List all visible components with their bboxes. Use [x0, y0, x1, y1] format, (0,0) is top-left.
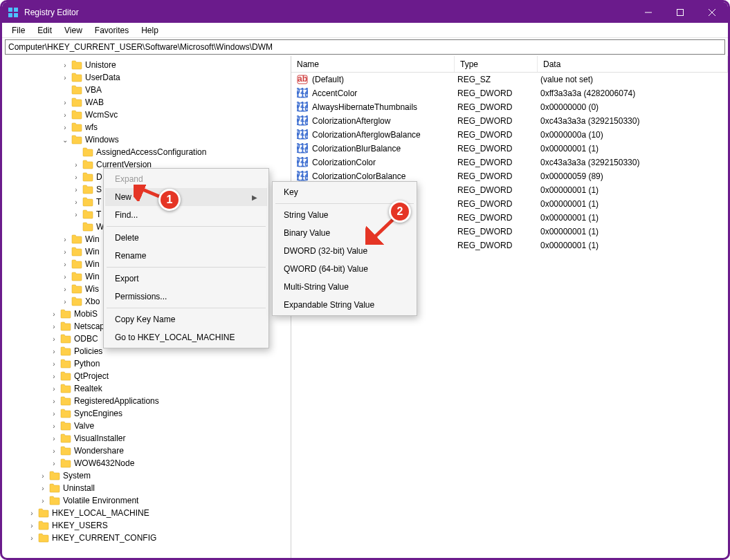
- tree-pane[interactable]: ›Unistore›UserDataVBA›WAB›WcmSvc›wfs⌄Win…: [2, 56, 291, 558]
- tree-item[interactable]: ›WAB: [5, 96, 291, 109]
- minimize-button[interactable]: [632, 2, 664, 23]
- expander-icon[interactable]: ›: [38, 497, 48, 505]
- address-bar[interactable]: Computer\HKEY_CURRENT_USER\Software\Micr…: [5, 39, 725, 55]
- expander-icon[interactable]: ›: [60, 124, 70, 131]
- tree-item[interactable]: ›WOW6432Node: [5, 457, 291, 469]
- expander-icon[interactable]: ⌄: [60, 136, 70, 144]
- tree-item[interactable]: ›Valve: [5, 420, 291, 432]
- folder-icon: [60, 309, 71, 319]
- tree-item[interactable]: ›RegisteredApplications: [5, 395, 291, 407]
- tree-item[interactable]: ›Unistore: [5, 59, 291, 71]
- column-header-name[interactable]: Name: [291, 56, 455, 72]
- tree-item[interactable]: ›WcmSvc: [5, 109, 291, 121]
- context-item-permissions-[interactable]: Permissions...: [105, 288, 267, 306]
- list-row[interactable]: 011110ColorizationAfterglowREG_DWORD0xc4…: [291, 114, 728, 128]
- expander-icon[interactable]: ›: [49, 310, 59, 318]
- tree-item[interactable]: ›Python: [5, 357, 291, 370]
- list-row[interactable]: 011110ColorizationAfterglowBalanceREG_DW…: [291, 128, 728, 142]
- list-row[interactable]: 011110ColorizationColorREG_DWORD0xc43a3a…: [291, 156, 728, 169]
- expander-icon[interactable]: ›: [60, 74, 70, 82]
- submenu-item-multi-string-value[interactable]: Multi-String Value: [274, 278, 426, 296]
- folder-icon: [82, 172, 93, 182]
- tree-item[interactable]: ›VisualInstaller: [5, 432, 291, 445]
- app-icon: [8, 7, 19, 18]
- expander-icon[interactable]: ›: [27, 534, 37, 542]
- menu-edit[interactable]: Edit: [32, 24, 57, 37]
- context-item-rename[interactable]: Rename: [105, 247, 267, 265]
- expander-icon[interactable]: ›: [27, 522, 37, 530]
- context-item-copy-key-name[interactable]: Copy Key Name: [105, 310, 267, 328]
- expander-icon[interactable]: ›: [38, 485, 48, 492]
- expander-icon[interactable]: ›: [49, 447, 59, 455]
- expander-icon[interactable]: ›: [49, 323, 59, 330]
- tree-item[interactable]: ›SyncEngines: [5, 407, 291, 420]
- expander-icon[interactable]: ›: [27, 510, 37, 517]
- expander-icon[interactable]: ›: [71, 186, 81, 194]
- context-item-new[interactable]: New▶: [105, 188, 267, 206]
- tree-item[interactable]: ›HKEY_CURRENT_CONFIG: [5, 532, 291, 544]
- maximize-button[interactable]: [664, 2, 696, 23]
- expander-icon[interactable]: ›: [71, 198, 81, 206]
- column-header-type[interactable]: Type: [455, 56, 538, 72]
- expander-icon[interactable]: ›: [49, 348, 59, 355]
- expander-icon[interactable]: ›: [49, 398, 59, 405]
- expander-icon[interactable]: ›: [60, 286, 70, 293]
- submenu-item-key[interactable]: Key: [274, 183, 426, 201]
- context-item-delete[interactable]: Delete: [105, 229, 267, 247]
- expander-icon[interactable]: ›: [60, 236, 70, 243]
- expander-icon[interactable]: ›: [60, 273, 70, 281]
- tree-item[interactable]: ⌄Windows: [5, 133, 291, 146]
- folder-icon: [60, 409, 71, 418]
- expander-icon[interactable]: ›: [49, 373, 59, 380]
- expander-icon[interactable]: ›: [71, 211, 81, 218]
- submenu-item-qword-bit-value[interactable]: QWORD (64-bit) Value: [274, 260, 426, 278]
- menu-file[interactable]: File: [6, 24, 30, 37]
- menu-help[interactable]: Help: [136, 24, 164, 37]
- tree-item[interactable]: ›wfs: [5, 121, 291, 133]
- expander-icon[interactable]: ›: [49, 385, 59, 393]
- expander-icon[interactable]: ›: [60, 111, 70, 119]
- tree-item[interactable]: ›Realtek: [5, 382, 291, 395]
- tree-item[interactable]: ›Uninstall: [5, 482, 291, 494]
- list-row[interactable]: 011110AccentColorREG_DWORD0xff3a3a3a (42…: [291, 86, 728, 100]
- tree-item[interactable]: ›Wondershare: [5, 445, 291, 457]
- tree-item[interactable]: ›QtProject: [5, 370, 291, 382]
- context-item-go-to-hkey-local-machine[interactable]: Go to HKEY_LOCAL_MACHINE: [105, 328, 267, 346]
- expander-icon[interactable]: ›: [38, 472, 48, 480]
- expander-icon[interactable]: ›: [60, 248, 70, 256]
- expander-icon[interactable]: ›: [60, 298, 70, 306]
- expander-icon[interactable]: ›: [60, 99, 70, 106]
- expander-icon[interactable]: ›: [49, 435, 59, 442]
- tree-item[interactable]: VBA: [5, 84, 291, 96]
- menu-view[interactable]: View: [59, 24, 88, 37]
- tree-item[interactable]: ›HKEY_USERS: [5, 519, 291, 532]
- expander-icon[interactable]: ›: [60, 261, 70, 268]
- expander-icon[interactable]: ›: [49, 410, 59, 418]
- menu-favorites[interactable]: Favorites: [89, 24, 134, 37]
- dword-value-icon: 011110: [297, 102, 308, 113]
- tree-item[interactable]: ›HKEY_LOCAL_MACHINE: [5, 507, 291, 519]
- list-row[interactable]: 011110ColorizationBlurBalanceREG_DWORD0x…: [291, 142, 728, 156]
- expander-icon[interactable]: ›: [49, 335, 59, 343]
- close-button[interactable]: [696, 2, 728, 23]
- value-type: REG_DWORD: [457, 227, 540, 236]
- tree-item[interactable]: ›UserData: [5, 71, 291, 84]
- expander-icon[interactable]: ›: [60, 62, 70, 69]
- list-row[interactable]: 011110AlwaysHibernateThumbnailsREG_DWORD…: [291, 100, 728, 114]
- expander-icon[interactable]: ›: [49, 422, 59, 430]
- tree-item[interactable]: AssignedAccessConfiguration: [5, 146, 291, 158]
- expander-icon[interactable]: ›: [49, 460, 59, 467]
- menubar: FileEditViewFavoritesHelp: [2, 23, 728, 38]
- tree-item[interactable]: ›Volatile Environment: [5, 494, 291, 507]
- list-row[interactable]: ab(Default)REG_SZ(value not set): [291, 73, 728, 86]
- column-header-data[interactable]: Data: [538, 56, 728, 72]
- submenu-item-expandable-string-value[interactable]: Expandable String Value: [274, 296, 426, 314]
- annotation-ball-2: 2: [389, 200, 411, 223]
- context-item-export[interactable]: Export: [105, 270, 267, 288]
- expander-icon[interactable]: ›: [49, 360, 59, 368]
- expander-icon[interactable]: ›: [71, 161, 81, 169]
- context-item-find-[interactable]: Find...: [105, 206, 267, 224]
- expander-icon[interactable]: ›: [71, 174, 81, 181]
- svg-text:110: 110: [297, 131, 308, 140]
- tree-item[interactable]: ›System: [5, 469, 291, 482]
